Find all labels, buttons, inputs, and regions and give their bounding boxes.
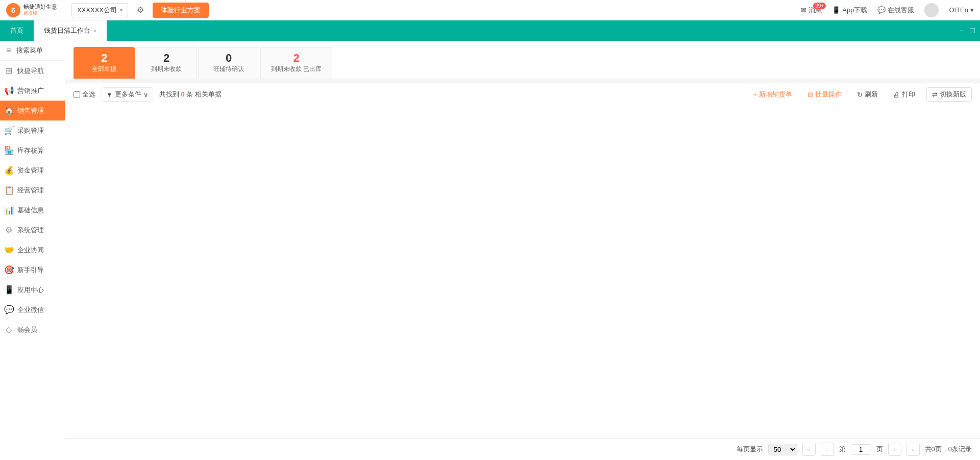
switch-label: 切换新版 (940, 90, 966, 99)
logo-area: 6 畅捷通好生意 标准版 (6, 3, 71, 17)
batch-operation-button[interactable]: ⊟ 批量操作 (803, 88, 846, 101)
sidebar-item-label: 新手引导 (17, 265, 44, 275)
sidebar-item-inventory[interactable]: 🏪 库存核算 (0, 140, 65, 160)
table-area (65, 106, 980, 438)
sidebar-item-label: 快捷导航 (17, 66, 44, 76)
filter-label: 更多条件 (115, 90, 141, 99)
sidebar-item-label: 畅会员 (17, 325, 37, 334)
service-icon: 💬 (877, 6, 886, 14)
select-all-input[interactable] (74, 91, 80, 98)
finance-icon: 💰 (4, 165, 13, 175)
message-badge: 99+ (813, 3, 826, 9)
last-page-icon: » (911, 446, 915, 453)
summary-tab-all[interactable]: 2 全部单据 (74, 47, 135, 79)
sidebar-search-label: 搜索菜单 (16, 46, 43, 55)
batch-label: 批量操作 (815, 90, 842, 99)
filter-button[interactable]: ▼ 更多条件 ∨ (102, 87, 153, 102)
user-name[interactable]: OfTEn ▾ (949, 6, 974, 14)
page-size-select[interactable]: 50 10 20 100 (768, 444, 797, 455)
manage-icon: 📋 (4, 185, 13, 195)
switch-version-button[interactable]: ⇄ 切换新版 (926, 87, 972, 102)
sidebar-item-wechat[interactable]: 💬 企业微信 (0, 300, 65, 320)
sidebar-item-label: 经营管理 (17, 186, 44, 195)
settings-button[interactable]: ⚙ (132, 2, 149, 18)
first-page-button[interactable]: « (802, 443, 816, 456)
next-page-button[interactable]: › (888, 443, 901, 456)
member-icon: ◇ (4, 325, 13, 334)
select-all-label: 全选 (82, 90, 95, 99)
filter-dropdown-icon: ∨ (143, 91, 149, 99)
summary-tab-os-label: 到期未收款 已出库 (271, 65, 322, 72)
found-count: 0 (181, 90, 185, 98)
page-input[interactable] (851, 444, 871, 455)
summary-tab-overdue-shipped[interactable]: 2 到期未收款 已出库 (260, 47, 332, 79)
print-label: 打印 (902, 90, 915, 99)
message-icon: ✉ (801, 6, 806, 14)
prev-page-button[interactable]: ‹ (821, 443, 834, 456)
summary-tab-overdue-num: 2 (146, 52, 186, 65)
message-button[interactable]: ✉ 消息 99+ (801, 6, 822, 15)
print-button[interactable]: 🖨 打印 (889, 88, 919, 101)
sidebar-item-marketing[interactable]: 📢 营销推广 (0, 81, 65, 101)
last-page-button[interactable]: » (906, 443, 920, 456)
sidebar-item-finance[interactable]: 💰 资金管理 (0, 160, 65, 180)
trial-button[interactable]: 体验行业方案 (153, 3, 209, 18)
first-page-icon: « (807, 446, 811, 453)
summary-tab-all-num: 2 (84, 52, 124, 65)
sidebar-search[interactable]: ≡ 搜索菜单 (0, 41, 65, 61)
add-sales-order-button[interactable]: + 新增销货单 (749, 88, 796, 101)
toolbar-right: + 新增销货单 ⊟ 批量操作 ↻ 刷新 🖨 打印 ⇄ 切换新版 (749, 87, 972, 102)
sidebar-item-system[interactable]: ⚙ 系统管理 (0, 220, 65, 240)
page-size-label: 每页显示 (737, 445, 763, 454)
company-name: XXXXXX公司 (77, 6, 117, 15)
sidebar-item-sales[interactable]: 🏠 销售管理 (0, 101, 65, 120)
tab-work-bench[interactable]: 钱货日清工作台 × (34, 20, 107, 41)
sidebar: ≡ 搜索菜单 ⊞ 快捷导航 📢 营销推广 🏠 销售管理 🛒 采购管理 🏪 库存核… (0, 41, 65, 460)
refresh-label: 刷新 (865, 90, 878, 99)
next-page-icon: › (893, 446, 895, 453)
user-text: OfTEn (949, 6, 968, 14)
avatar[interactable] (924, 3, 939, 17)
tab-close-icon[interactable]: × (93, 28, 96, 34)
pagination: 每页显示 50 10 20 100 « ‹ 第 页 › » 共0页，0条记录 (65, 438, 980, 460)
app-download-label: App下载 (842, 6, 867, 15)
sidebar-item-quick-nav[interactable]: ⊞ 快捷导航 (0, 61, 65, 81)
summary-tab-pending[interactable]: 0 旺辅待确认 (198, 47, 259, 79)
tab-minimize-icon[interactable]: － (958, 26, 966, 36)
main-layout: ≡ 搜索菜单 ⊞ 快捷导航 📢 营销推广 🏠 销售管理 🛒 采购管理 🏪 库存核… (0, 41, 980, 460)
sidebar-item-label: 企业协同 (17, 246, 44, 255)
tab-workbench-label: 钱货日清工作台 (44, 26, 90, 35)
tab-home[interactable]: 首页 (0, 20, 34, 41)
sidebar-item-app[interactable]: 📱 应用中心 (0, 280, 65, 300)
refresh-button[interactable]: ↻ 刷新 (853, 88, 882, 101)
tab-maximize-icon[interactable]: □ (970, 26, 975, 35)
guide-icon: 🎯 (4, 265, 13, 275)
base-icon: 📊 (4, 205, 13, 215)
company-selector[interactable]: XXXXXX公司 ▾ (71, 3, 128, 17)
prev-page-icon: ‹ (826, 446, 828, 453)
corp-icon: 🤝 (4, 245, 13, 255)
page-label-end: 页 (876, 445, 883, 454)
switch-icon: ⇄ (932, 91, 938, 99)
sidebar-item-label: 采购管理 (17, 126, 44, 135)
wechat-icon: 💬 (4, 305, 13, 314)
select-all-checkbox[interactable]: 全选 (74, 90, 95, 99)
summary-tab-overdue[interactable]: 2 到期未收款 (136, 47, 197, 79)
online-service-button[interactable]: 💬 在线客服 (877, 6, 914, 15)
logo-text: 畅捷通好生意 标准版 (23, 3, 57, 17)
system-icon: ⚙ (4, 225, 13, 235)
top-bar: 6 畅捷通好生意 标准版 XXXXXX公司 ▾ ⚙ 体验行业方案 ✉ 消息 99… (0, 0, 980, 20)
sidebar-item-manage[interactable]: 📋 经营管理 (0, 180, 65, 200)
sidebar-item-member[interactable]: ◇ 畅会员 (0, 320, 65, 340)
sidebar-item-label: 基础信息 (17, 206, 44, 215)
sidebar-item-corp[interactable]: 🤝 企业协同 (0, 240, 65, 260)
tab-home-label: 首页 (10, 26, 23, 35)
sidebar-item-label: 库存核算 (17, 146, 44, 155)
sidebar-item-purchase[interactable]: 🛒 采购管理 (0, 120, 65, 140)
sidebar-item-guide[interactable]: 🎯 新手引导 (0, 260, 65, 280)
app-icon: 📱 (4, 285, 13, 295)
refresh-icon: ↻ (857, 91, 863, 99)
sidebar-item-base[interactable]: 📊 基础信息 (0, 200, 65, 220)
app-download-button[interactable]: 📱 App下载 (832, 6, 867, 15)
quick-nav-icon: ⊞ (4, 66, 13, 76)
